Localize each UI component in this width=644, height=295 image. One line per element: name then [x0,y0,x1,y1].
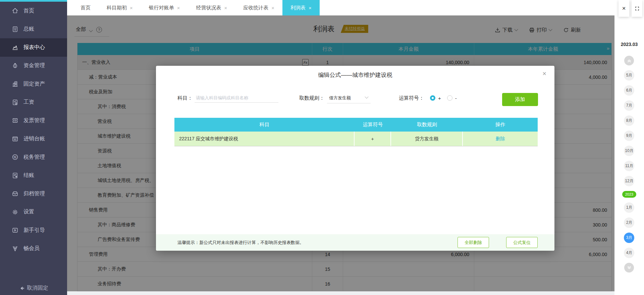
operator-label: 运算符号： [399,95,424,101]
close-icon: × [622,5,626,12]
month-item-1月[interactable]: 1月 [624,202,634,213]
window-close-button[interactable]: × [619,0,629,17]
sidebar-item-label: 税务管理 [23,154,45,161]
footer-tip: 温馨提示：新公式只对未出报表进行计算，不影响历史报表数据。 [177,240,304,246]
period-list: 5月6月7月8月9月10月11月12月20231月2月3月4月 [622,56,636,273]
svg-text:税: 税 [13,155,16,159]
tab-close-icon[interactable]: × [224,5,227,11]
sidebar-item-general-ledger[interactable]: 总账 [0,20,67,39]
formula-table: 科目 运算符号 取数规则 操作 222117 应交城市维护建设税 + 贷方发生额… [174,118,538,146]
sidebar-item-fixed-assets[interactable]: 固定资产 [0,75,67,93]
sidebar-item-label: 设置 [23,208,34,215]
tab-label: 科目期初 [107,5,127,11]
archive-icon [11,190,19,197]
formula-reset-button[interactable]: 公式复位 [506,237,538,248]
double-chevron-down-icon [627,265,632,271]
sidebar-item-guide[interactable]: 新手引导 [0,221,67,240]
tab-label: 银行对账单 [149,5,174,11]
sidebar-item-report-center[interactable]: 报表中心 [0,38,67,57]
formula-subject-cell: 222117 应交城市维护建设税 [174,132,355,146]
fixed-assets-icon [11,80,19,88]
sidebar-item-label: 固定资产 [23,81,45,88]
tab-close-icon[interactable]: × [177,5,180,11]
month-item-2月[interactable]: 2月 [624,217,634,228]
sidebar-item-label: 发票管理 [23,117,45,124]
unpin-sidebar-button[interactable]: 取消固定 [0,285,67,292]
sidebar-item-label: 工资 [23,99,34,106]
month-item-3月[interactable]: 3月 [624,233,634,243]
sidebar-item-label: 报表中心 [23,44,45,51]
tab-label: 经营状况表 [196,5,221,11]
ledger-icon [11,26,19,33]
sidebar-item-label: 归档管理 [23,190,45,197]
window-fullscreen-button[interactable] [632,0,642,17]
tab-label: 利润表 [290,5,306,11]
rule-select[interactable]: 借方发生额 [327,93,371,103]
month-item-4月[interactable]: 4月 [624,248,634,258]
operator-plus-radio[interactable]: + [430,95,441,101]
sidebar-item-salary[interactable]: 工资 [0,93,67,112]
month-item-6月[interactable]: 6月 [624,85,634,96]
sidebar-item-inventory[interactable]: 进销台账 [0,130,67,148]
home-icon [11,7,19,14]
delete-link[interactable]: 删除 [496,136,505,142]
fullscreen-icon [635,6,640,11]
tab-close-icon[interactable]: × [130,5,133,11]
scroll-months-up-button[interactable] [624,56,634,65]
month-item-10月[interactable]: 10月 [624,146,634,156]
gear-icon [11,208,19,216]
tab-经营状况表[interactable]: 经营状况表× [188,0,235,15]
radio-unselected-icon [447,95,452,101]
operator-minus-radio[interactable]: - [447,95,457,101]
sidebar-item-home[interactable]: 首页 [0,2,67,20]
sidebar-item-closing[interactable]: 结账 [0,166,67,185]
year-badge: 2023 [622,191,636,198]
tab-应收统计表[interactable]: 应收统计表× [235,0,282,15]
tab-银行对账单[interactable]: 银行对账单× [141,0,188,15]
collapse-left-icon [19,285,25,292]
formula-col-action: 操作 [463,118,538,132]
sidebar-item-funds[interactable]: 资金管理 [0,57,67,75]
tab-close-icon[interactable]: × [271,5,274,11]
tab-科目期初[interactable]: 科目期初× [99,0,141,15]
add-button[interactable]: 添加 [502,93,538,106]
sidebar-item-label: 畅会员 [23,245,40,252]
formula-form: 科目： 取数规则： 借方发生额 运算符号： + - [177,91,457,105]
tab-首页[interactable]: 首页 [72,0,99,15]
funds-icon [11,62,19,69]
dialog-close-icon[interactable]: × [542,70,546,78]
chevron-down-icon [365,95,368,98]
sidebar-item-label: 资金管理 [23,62,45,69]
month-item-8月[interactable]: 8月 [624,115,634,126]
formula-col-subject: 科目 [174,118,355,132]
delete-all-button[interactable]: 全部删除 [458,237,489,248]
double-chevron-up-icon [627,58,632,63]
sidebar-item-label: 进销台账 [23,135,45,142]
closing-icon [11,172,19,179]
month-item-7月[interactable]: 7月 [624,100,634,111]
sidebar: 首页 总账 报表中心 资金管理 固定资产 工资 [0,0,67,295]
sidebar-item-member[interactable]: 畅会员 [0,240,67,258]
scroll-months-down-button[interactable] [624,263,634,273]
current-period-label: 2023.03 [621,42,638,47]
bottom-strip [67,291,614,295]
sidebar-item-tax[interactable]: 税 税务管理 [0,148,67,166]
app-window: 首页 总账 报表中心 资金管理 固定资产 工资 [0,0,644,295]
sidebar-item-label: 新手引导 [23,227,45,234]
tab-close-icon[interactable]: × [309,5,312,11]
edit-formula-dialog: 编辑公式——城市维护建设税 × 科目： 取数规则： 借方发生额 运算符号： + … [156,66,554,251]
tab-利润表[interactable]: 利润表× [282,0,320,15]
invoice-icon [11,117,19,124]
rule-label: 取数规则： [299,95,324,101]
tax-icon: 税 [11,153,19,161]
sidebar-item-archive[interactable]: 归档管理 [0,185,67,203]
sidebar-item-invoice[interactable]: 发票管理 [0,111,67,130]
report-center-icon [11,44,19,51]
month-item-9月[interactable]: 9月 [624,131,634,141]
subject-input[interactable] [195,93,278,103]
month-item-5月[interactable]: 5月 [624,70,634,81]
sidebar-item-settings[interactable]: 设置 [0,203,67,222]
formula-col-operator: 运算符号 [355,118,391,132]
month-item-12月[interactable]: 12月 [624,176,634,186]
month-item-11月[interactable]: 11月 [624,161,634,171]
